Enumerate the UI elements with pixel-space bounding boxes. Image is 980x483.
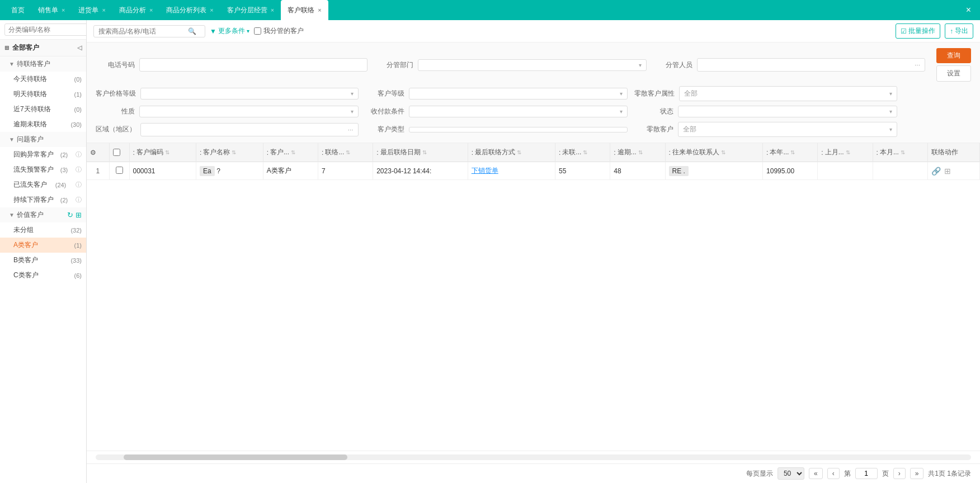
sidebar-item-churned[interactable]: 已流失客户 (24) ⓘ bbox=[0, 177, 86, 192]
retail-attr-select[interactable]: 全部 ▾ bbox=[679, 86, 897, 101]
sort-nocontact-icon[interactable]: ⇅ bbox=[583, 149, 587, 155]
refresh-icon[interactable]: ↻ bbox=[67, 211, 73, 219]
td-contact-person: RE . bbox=[665, 162, 763, 180]
more-filters-button[interactable]: ▼ 更多条件 ▾ bbox=[210, 26, 249, 36]
select-all-checkbox[interactable] bbox=[113, 149, 120, 156]
sidebar-item-repurchase-anomaly[interactable]: 回购异常客户 (2) ⓘ bbox=[0, 147, 86, 162]
retail-customer-field: 零散客户 全部 ▾ bbox=[634, 122, 897, 137]
region-dots-icon: ··· bbox=[348, 126, 354, 134]
close-sales-order-icon[interactable]: × bbox=[62, 7, 65, 13]
message-icon[interactable]: 🔗 bbox=[931, 167, 941, 176]
sort-annual-icon[interactable]: ⇅ bbox=[790, 149, 795, 155]
close-product-analysis-icon[interactable]: × bbox=[149, 7, 153, 13]
retail-attr-dropdown-icon: ▾ bbox=[889, 91, 892, 97]
add-group-icon[interactable]: ⊞ bbox=[76, 211, 82, 219]
customer-type-select[interactable] bbox=[409, 127, 628, 132]
close-customer-contact-icon[interactable]: × bbox=[318, 7, 321, 13]
per-page-select[interactable]: 50 bbox=[778, 467, 804, 480]
filter-buttons: 查询 设置 bbox=[936, 48, 971, 82]
close-product-analysis-list-icon[interactable]: × bbox=[210, 7, 213, 13]
nav-product-analysis-list[interactable]: 商品分析列表 × bbox=[159, 0, 220, 20]
sidebar-item-declining[interactable]: 持续下滑客户 (2) ⓘ bbox=[0, 192, 86, 207]
problem-customers-group[interactable]: ▼ 问题客户 bbox=[0, 132, 86, 147]
sidebar-item-tomorrow-pending[interactable]: 明天待联络 (1) bbox=[0, 87, 86, 102]
last-contact-method-link[interactable]: 下销货单 bbox=[472, 167, 498, 174]
collapse-sidebar-icon[interactable]: ◁ bbox=[77, 44, 82, 51]
gear-settings-icon[interactable]: ⚙ bbox=[90, 149, 96, 157]
main-search-input[interactable] bbox=[98, 27, 188, 35]
dept-select[interactable]: ▾ bbox=[418, 59, 646, 71]
nature-dropdown-icon: ▾ bbox=[351, 108, 354, 115]
close-purchase-order-icon[interactable]: × bbox=[102, 7, 105, 13]
contact-action-icons: 🔗 ⊞ bbox=[931, 167, 976, 176]
filter-row-3: 性质 ▾ 收付款条件 ▾ 状态 bbox=[96, 106, 971, 117]
sidebar-item-churn-warning[interactable]: 流失预警客户 (3) ⓘ bbox=[0, 162, 86, 177]
table-row: 1 000031 Ea ? A类客户 bbox=[87, 162, 980, 180]
my-customers-checkbox[interactable] bbox=[254, 27, 261, 35]
customer-tier-dropdown-icon: ▾ bbox=[620, 91, 623, 97]
nav-sales-order[interactable]: 销售单 × bbox=[31, 0, 72, 20]
all-customers-section[interactable]: ⊞ 全部客户 ◁ bbox=[0, 40, 86, 56]
export-button[interactable]: ↑ 导出 bbox=[945, 23, 973, 39]
info-icon-1: ⓘ bbox=[76, 150, 82, 159]
my-customers-checkbox-area[interactable]: 我分管的客户 bbox=[254, 26, 304, 36]
close-all-tabs-button[interactable]: × bbox=[962, 5, 976, 15]
sort-code-icon[interactable]: ⇅ bbox=[165, 149, 169, 155]
sidebar-item-today-pending[interactable]: 今天待联络 (0) bbox=[0, 72, 86, 87]
customer-tier-select[interactable]: ▾ bbox=[409, 88, 628, 100]
value-customers-group[interactable]: ▼ 价值客户 ↻ ⊞ bbox=[0, 207, 86, 222]
prev-page-button[interactable]: ‹ bbox=[827, 468, 840, 479]
scrollbar-thumb[interactable] bbox=[124, 454, 347, 460]
scrollbar-track[interactable] bbox=[96, 454, 971, 460]
page-number-input[interactable] bbox=[855, 468, 878, 479]
query-button[interactable]: 查询 bbox=[936, 48, 971, 63]
sort-overdue-icon[interactable]: ⇅ bbox=[638, 149, 643, 155]
price-tier-select[interactable]: ▾ bbox=[140, 88, 359, 100]
sort-contact-icon[interactable]: ⇅ bbox=[346, 149, 350, 155]
info-icon-4: ⓘ bbox=[76, 196, 82, 204]
sidebar-search-area: 🔍 bbox=[0, 20, 86, 40]
payment-field: 收付款条件 ▾ bbox=[365, 106, 628, 117]
nav-home[interactable]: 首页 bbox=[4, 0, 31, 20]
td-contact-count: 7 bbox=[318, 162, 373, 180]
sort-unitcontact-icon[interactable]: ⇅ bbox=[721, 149, 725, 155]
next-page-button[interactable]: › bbox=[893, 468, 906, 479]
sort-type-icon[interactable]: ⇅ bbox=[291, 149, 295, 155]
sort-method-icon[interactable]: ⇅ bbox=[517, 149, 521, 155]
row-checkbox[interactable] bbox=[116, 167, 123, 174]
td-last-contact-date: 2023-04-12 14:44: bbox=[373, 162, 468, 180]
top-navigation: 首页 销售单 × 进货单 × 商品分析 × 商品分析列表 × 客户分层经营 × … bbox=[0, 0, 980, 20]
td-this-month bbox=[873, 162, 927, 180]
region-select[interactable]: ··· bbox=[140, 123, 359, 136]
sidebar-item-overdue-pending[interactable]: 逾期未联络 (30) bbox=[0, 117, 86, 132]
sort-thismonth-icon[interactable]: ⇅ bbox=[901, 149, 905, 155]
last-page-button[interactable]: » bbox=[910, 468, 924, 479]
sidebar-item-ungrouped[interactable]: 未分组 (32) bbox=[0, 222, 86, 238]
nav-purchase-order[interactable]: 进货单 × bbox=[72, 0, 112, 20]
pending-contact-group[interactable]: ▼ 待联络客户 bbox=[0, 56, 86, 72]
sidebar-search-input[interactable] bbox=[4, 23, 87, 36]
main-search-icon[interactable]: 🔍 bbox=[188, 27, 196, 35]
payment-select[interactable]: ▾ bbox=[409, 106, 628, 117]
retail-customer-select[interactable]: 全部 ▾ bbox=[678, 122, 897, 137]
first-page-button[interactable]: « bbox=[809, 468, 823, 479]
nav-customer-tier[interactable]: 客户分层经营 × bbox=[220, 0, 281, 20]
phone-input[interactable] bbox=[139, 58, 368, 72]
sidebar-item-c-class[interactable]: C类客户 (6) bbox=[0, 268, 86, 283]
close-customer-tier-icon[interactable]: × bbox=[271, 7, 274, 13]
nav-customer-contact[interactable]: 客户联络 × bbox=[281, 0, 328, 20]
settings-button[interactable]: 设置 bbox=[936, 65, 971, 82]
nature-select[interactable]: ▾ bbox=[139, 106, 359, 117]
qrcode-icon[interactable]: ⊞ bbox=[944, 167, 951, 176]
person-select[interactable]: ··· bbox=[697, 58, 925, 72]
sidebar-item-a-class[interactable]: A类客户 (1) bbox=[0, 238, 86, 253]
batch-operations-button[interactable]: ☑ 批量操作 bbox=[896, 23, 940, 39]
status-select[interactable]: ▾ bbox=[678, 106, 897, 117]
sort-date-icon[interactable]: ⇅ bbox=[422, 149, 427, 155]
sort-name-icon[interactable]: ⇅ bbox=[232, 149, 236, 155]
sort-lastmonth-icon[interactable]: ⇅ bbox=[846, 149, 850, 155]
sidebar: 🔍 ⊞ 全部客户 ◁ ▼ 待联络客户 今天待联络 (0) 明天待联络 (1) 近… bbox=[0, 20, 87, 483]
sidebar-item-b-class[interactable]: B类客户 (33) bbox=[0, 253, 86, 268]
sidebar-item-7days-pending[interactable]: 近7天待联络 (0) bbox=[0, 102, 86, 117]
nav-product-analysis[interactable]: 商品分析 × bbox=[112, 0, 159, 20]
